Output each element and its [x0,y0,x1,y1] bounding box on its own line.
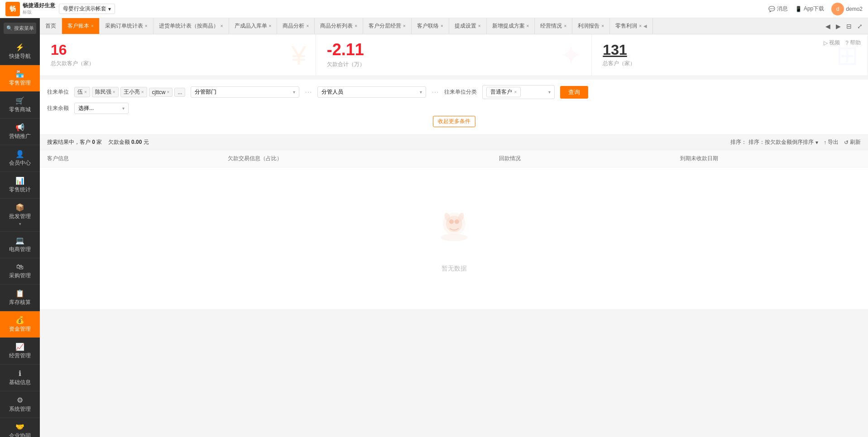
tab-product-inbound-close[interactable]: × [269,24,272,28]
customer-type-remove[interactable]: × [514,90,517,95]
help-links: ▷ 视频 ? 帮助 [824,39,861,47]
sidebar-item-enterprise[interactable]: 🤝 企业协同 [0,418,40,437]
tab-retail-profit[interactable]: 零售利润 × ◀ [610,18,653,34]
tab-new-commission[interactable]: 新增提成方案 × [487,18,535,34]
tab-purchase-order-stats[interactable]: 采购订单统计表 × [100,18,153,34]
sidebar-search-area: 🔍 搜索菜单 [0,18,40,38]
filter-tag-cj-text: cjttcw [152,89,166,95]
tab-business-situation-close[interactable]: × [564,24,566,28]
table-header: 客户信息 欠款交易信息（占比） 回款情况 到期未收款日期 [40,150,868,167]
video-help-btn[interactable]: ▷ 视频 [824,39,840,47]
tab-incoming-stats[interactable]: 进货单统计表（按商品） × [153,18,229,34]
tab-profit-report[interactable]: 利润报告 × [572,18,610,34]
sidebar-item-quick-nav[interactable]: ⚡ 快捷导航 [0,38,40,65]
tab-customer-ledger-label: 客户账本 [67,22,89,30]
app-download-btn[interactable]: 📱 App下载 [795,5,824,13]
person-more-icon[interactable]: ⋯ [432,88,439,96]
user-area[interactable]: d demo2 [831,3,863,15]
tab-commission-settings[interactable]: 提成设置 × [449,18,487,34]
filter-more-tags-btn[interactable]: ... [174,88,185,97]
export-btn[interactable]: ↑ 导出 [824,138,839,146]
sidebar-item-finance[interactable]: 💰 资金管理 [0,311,40,338]
tab-retail-profit-close[interactable]: × [639,24,642,28]
quick-nav-label: 快捷导航 [2,52,38,60]
sidebar-item-purchase[interactable]: 🛍 采购管理 [0,258,40,285]
filter-tag-wang-close[interactable]: × [141,90,144,95]
message-label: 消息 [777,5,788,13]
filter-tag-chen-close[interactable]: × [113,90,115,95]
purchase-label: 采购管理 [2,272,38,280]
person-chevron-icon: ▾ [420,90,422,95]
tab-product-analysis-label: 商品分析 [283,22,304,30]
tab-business-situation[interactable]: 经营情况 × [535,18,572,34]
sidebar-item-operations[interactable]: 📈 经营管理 [0,338,40,365]
tab-purchase-order-stats-close[interactable]: × [145,24,148,28]
sidebar-item-inventory[interactable]: 📋 库存核算 [0,285,40,311]
tab-product-analysis-list-close[interactable]: × [355,24,357,28]
sidebar-item-mall[interactable]: 🛒 零售商城 [0,92,40,119]
wholesale-icon: 📦 [2,203,38,212]
dept-select[interactable]: 分管部门 ▾ [191,86,299,98]
sidebar-item-marketing[interactable]: 📢 营销推广 [0,119,40,145]
filter-tag-wu-close[interactable]: × [84,90,87,95]
tab-product-inbound[interactable]: 产成品入库单 × [229,18,278,34]
person-select[interactable]: 分管人员 ▾ [317,86,426,98]
sidebar-item-retail[interactable]: 🏪 零售管理 [0,65,40,92]
filter-tag-cj-close[interactable]: × [167,90,170,95]
mall-icon: 🛒 [2,96,38,105]
top-bar-right: 💬 消息 📱 App下载 d demo2 [768,3,863,15]
empty-icon [432,204,477,257]
logo-text-block: 畅捷通好生意 标版 [23,2,55,15]
inventory-icon: 📋 [2,289,38,298]
search-menu-button[interactable]: 🔍 搜索菜单 [4,23,36,34]
logo-icon: 畅 [5,2,20,16]
unit-class-chevron-icon: ▾ [548,90,551,95]
tab-commission-settings-close[interactable]: × [478,24,481,28]
workspace-label: 母婴行业演示帐套 [63,5,106,13]
results-text: 搜索结果中，客户 0 家 欠款金额 0.00 元 [47,138,149,146]
collapse-btn[interactable]: 收起更多条件 [433,116,475,127]
tab-customer-contact[interactable]: 客户联络 × [412,18,449,34]
tab-profit-report-label: 利润报告 [578,22,599,30]
tab-profit-report-close[interactable]: × [601,24,604,28]
unit-class-select[interactable]: 普通客户 × ▾ [482,85,555,99]
sidebar-item-retail-stats[interactable]: 📊 零售统计 [0,172,40,199]
wholesale-expand: ▾ [19,222,21,226]
tab-customer-tier-label: 客户分层经营 [369,22,401,30]
sidebar-item-basics[interactable]: ℹ 基础信息 [0,365,40,391]
filter-tag-wu: 伍 × [74,87,90,97]
tab-product-analysis-list[interactable]: 商品分析列表 × [315,18,363,34]
filter-row-2: 往来余额 选择... ▾ [47,103,861,114]
tab-more[interactable]: ⊟ [844,22,854,31]
sidebar-item-ecommerce[interactable]: 💻 电商管理 [0,232,40,258]
tab-customer-tier[interactable]: 客户分层经营 × [363,18,412,34]
tab-customer-tier-close[interactable]: × [403,24,406,28]
tab-product-analysis-close[interactable]: × [306,24,309,28]
dept-more-icon[interactable]: ⋯ [305,88,312,96]
tab-fullscreen[interactable]: ⤢ [855,22,864,31]
tab-customer-ledger-close[interactable]: × [91,24,94,28]
tab-product-analysis[interactable]: 商品分析 × [277,18,315,34]
person-select-placeholder: 分管人员 [321,88,343,96]
refresh-btn[interactable]: ↺ 刷新 [844,138,861,146]
sidebar-item-members[interactable]: 👤 会员中心 [0,145,40,172]
video-label: 视频 [829,39,840,47]
th-due-date: 到期未收款日期 [680,155,861,162]
tab-scroll-right[interactable]: ▶ [834,22,843,31]
tab-scroll-left[interactable]: ◀ [824,22,832,31]
tab-incoming-stats-close[interactable]: × [221,24,223,28]
tab-customer-ledger[interactable]: 客户账本 × [62,18,100,34]
download-icon: 📱 [795,6,802,12]
tab-customer-contact-close[interactable]: × [441,24,443,28]
sort-select[interactable]: 排序： 排序：按欠款金额倒序排序 ▾ [730,138,818,146]
query-button[interactable]: 查询 [560,86,588,99]
tab-new-commission-close[interactable]: × [527,24,529,28]
sidebar-item-system[interactable]: ⚙ 系统管理 [0,391,40,418]
balance-select[interactable]: 选择... ▾ [74,103,129,114]
help-btn[interactable]: ? 帮助 [845,39,861,47]
tab-home[interactable]: 首页 [40,18,62,34]
message-btn[interactable]: 💬 消息 [768,5,788,13]
workspace-selector[interactable]: 母婴行业演示帐套 ▾ [59,4,115,14]
sidebar-item-wholesale[interactable]: 📦 批发管理 ▾ [0,199,40,232]
data-table: 客户信息 欠款交易信息（占比） 回款情况 到期未收款日期 [40,150,868,309]
